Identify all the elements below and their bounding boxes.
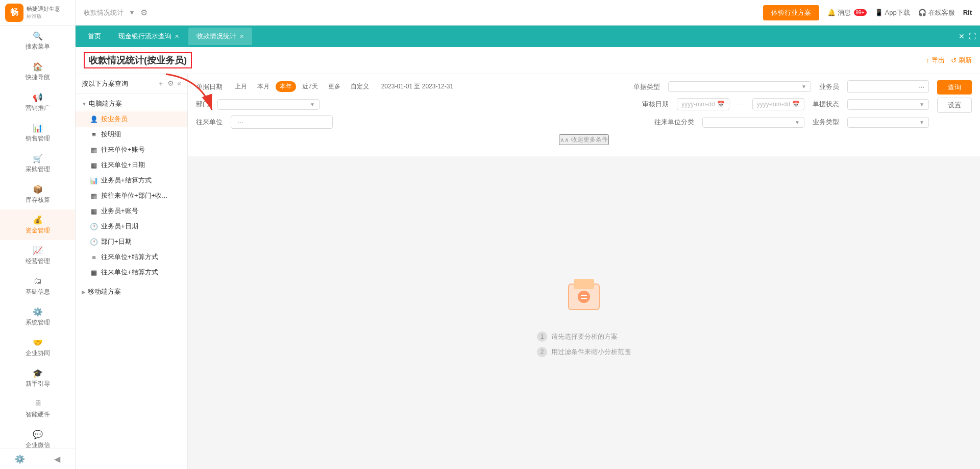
dept-select[interactable]: ▼ (217, 99, 320, 110)
settings-bottom-icon[interactable]: ⚙️ (15, 454, 25, 464)
tree-item-salesperson-label: 按业务员 (101, 114, 128, 124)
tree-item-dept-date[interactable]: 🕐 部门+日期 (76, 234, 187, 249)
logo-app-name: 畅捷通好生意 (27, 5, 60, 12)
app-download[interactable]: 📱 App下载 (875, 8, 910, 17)
sidebar-item-wechat[interactable]: 💬 企业微信 (0, 424, 75, 449)
salesperson-dots[interactable]: ··· (919, 83, 924, 90)
page-title-box: 收款情况统计(按业务员) (84, 52, 192, 68)
salesperson-select[interactable]: ··· (847, 80, 929, 93)
online-service[interactable]: 🎧 在线客服 (918, 8, 955, 17)
window-maximize-icon[interactable]: ⛶ (969, 32, 976, 40)
tree-item-unit-dept[interactable]: ▦ 按往来单位+部门+收... (76, 188, 187, 203)
sidebar-item-marketing[interactable]: 📢 营销推广 (0, 87, 75, 118)
date-tab-this-year[interactable]: 本年 (276, 81, 296, 92)
basic-icon: 🗂 (33, 276, 43, 286)
sidebar-nav: 🔍 搜索菜单 🏠 快捷导航 📢 营销推广 📊 销售管理 🛒 采购管理 📦 库存核… (0, 26, 75, 449)
notification-area[interactable]: 🔔 消息 99+ (827, 8, 867, 17)
tree-item-salesperson-date[interactable]: 🕐 业务员+日期 (76, 219, 187, 234)
date-tab-custom[interactable]: 自定义 (347, 81, 373, 92)
page-header: 收款情况统计(按业务员) ↑ 导出 ↺ 刷新 (76, 47, 980, 74)
tree-item-unit-settle2[interactable]: ▦ 往来单位+结算方式 (76, 265, 187, 280)
filter-fields: 单据日期 上月 本月 本年 近7天 更多 自定义 2023-01-01 至 20… (196, 80, 929, 129)
hardware-icon: 🖥 (33, 398, 43, 409)
tree-item-salesperson-account[interactable]: ▦ 业务员+账号 (76, 203, 187, 219)
review-date-start[interactable]: yyyy-mm-dd 📅 (677, 98, 729, 110)
date-tab-more[interactable]: 更多 (324, 81, 345, 92)
unit-date-icon: ▦ (90, 161, 98, 169)
topbar-dropdown-icon[interactable]: ▼ (129, 9, 135, 16)
right-panel: 单据日期 上月 本月 本年 近7天 更多 自定义 2023-01-01 至 20… (188, 74, 980, 469)
collapse-btn[interactable]: ∧∧ 收起更多条件 (559, 134, 609, 145)
sidebar-item-search[interactable]: 🔍 搜索菜单 (0, 26, 75, 56)
topbar-settings-icon[interactable]: ⚙ (140, 8, 148, 17)
notification-label: 消息 (838, 8, 851, 17)
panel-add-icon[interactable]: ＋ (157, 79, 164, 88)
tree-item-salesperson[interactable]: 👤 按业务员 (76, 111, 187, 127)
sidebar-item-inventory[interactable]: 📦 库存核算 (0, 179, 75, 209)
counterparty-category-select[interactable]: ▼ (702, 117, 804, 128)
tree-item-unit-date[interactable]: ▦ 往来单位+日期 (76, 157, 187, 173)
sidebar-item-hardware[interactable]: 🖥 智能硬件 (0, 393, 75, 424)
guide-icon: 🎓 (33, 368, 43, 378)
sidebar-label-purchase: 采购管理 (26, 165, 50, 174)
sidebar-item-guide[interactable]: 🎓 新手引导 (0, 363, 75, 393)
sidebar-label-finance: 资金管理 (26, 226, 50, 235)
wechat-icon: 💬 (33, 429, 43, 439)
tree-section-pc: ▼ 电脑端方案 👤 按业务员 ≡ 按明细 ▦ 往来单位+账号 ▦ 往来单位 (76, 94, 187, 282)
tree-parent-pc[interactable]: ▼ 电脑端方案 (76, 96, 187, 111)
date-tab-7days[interactable]: 近7天 (298, 81, 322, 92)
download-icon: 📱 (875, 9, 883, 16)
panel-settings-icon[interactable]: ⚙ (167, 79, 174, 88)
refresh-icon: ↺ (951, 57, 957, 64)
tab-collection-close[interactable]: ✕ (239, 33, 244, 40)
query-buttons: 查询 设置 (937, 80, 972, 113)
counterparty-category-label: 往来单位分类 (654, 118, 694, 127)
collapse-sidebar-icon[interactable]: ◀ (54, 454, 60, 464)
tree-item-unit-account[interactable]: ▦ 往来单位+账号 (76, 142, 187, 157)
sidebar-label-sales: 销售管理 (26, 134, 50, 143)
empty-area: 1 请先选择要分析的方案 2 用过滤条件来缩小分析范围 (188, 156, 980, 469)
calendar-icon-start: 📅 (717, 101, 725, 108)
counterparty-select[interactable]: ··· (231, 115, 333, 129)
query-btn[interactable]: 查询 (937, 80, 972, 95)
sidebar-label-marketing: 营销推广 (26, 104, 50, 112)
tree-parent-mobile[interactable]: ▶ 移动端方案 (76, 284, 187, 299)
tab-bank[interactable]: 现金银行流水查询 ✕ (110, 28, 187, 45)
voucher-type-select[interactable]: ▼ (668, 81, 811, 92)
sidebar-label-hardware: 智能硬件 (26, 410, 50, 419)
unit-settle1-icon: ≡ (90, 253, 98, 261)
sidebar-item-system[interactable]: ⚙️ 系统管理 (0, 301, 75, 332)
review-date-end[interactable]: yyyy-mm-dd 📅 (752, 98, 804, 110)
tree-item-unit-account-label: 往来单位+账号 (101, 145, 145, 154)
user-avatar[interactable]: Rit (963, 9, 972, 16)
date-tab-last-month[interactable]: 上月 (231, 81, 251, 92)
sidebar-item-operation[interactable]: 📈 经营管理 (0, 240, 75, 271)
tab-collection[interactable]: 收款情况统计 ✕ (188, 28, 252, 45)
tree-item-salesperson-settle[interactable]: 📊 业务员+结算方式 (76, 173, 187, 188)
tab-bank-close[interactable]: ✕ (175, 33, 179, 40)
date-label: 单据日期 (196, 82, 223, 91)
sidebar-item-purchase[interactable]: 🛒 采购管理 (0, 148, 75, 179)
sidebar-item-corp[interactable]: 🤝 企业协同 (0, 332, 75, 363)
sidebar-item-finance[interactable]: 💰 资金管理 (0, 209, 75, 240)
tab-home[interactable]: 首页 (80, 28, 109, 45)
voucher-status-select[interactable]: ▼ (847, 99, 929, 110)
sidebar-item-basic[interactable]: 🗂 基础信息 (0, 271, 75, 301)
export-btn[interactable]: ↑ 导出 (926, 56, 945, 65)
window-close-icon[interactable]: ✕ (959, 32, 965, 40)
business-type-select[interactable]: ▼ (847, 117, 929, 128)
topbar-left: 收款情况统计 ▼ ⚙ (84, 8, 148, 17)
tree-item-unit-settle1[interactable]: ≡ 往来单位+结算方式 (76, 249, 187, 265)
solution-btn[interactable]: 体验行业方案 (763, 5, 819, 20)
panel-collapse-icon[interactable]: « (177, 79, 181, 88)
set-btn[interactable]: 设置 (937, 98, 972, 113)
sidebar-logo: 畅 畅捷通好生意 标准版 (0, 0, 75, 26)
detail-icon: ≡ (90, 130, 98, 138)
tree-item-detail[interactable]: ≡ 按明细 (76, 127, 187, 142)
counterparty-dots[interactable]: ··· (237, 118, 243, 126)
tree-item-unit-settle2-label: 往来单位+结算方式 (101, 268, 158, 277)
date-tab-this-month[interactable]: 本月 (253, 81, 274, 92)
sidebar-item-quicknav[interactable]: 🏠 快捷导航 (0, 56, 75, 87)
sidebar-item-sales[interactable]: 📊 销售管理 (0, 118, 75, 148)
refresh-btn[interactable]: ↺ 刷新 (951, 56, 972, 65)
